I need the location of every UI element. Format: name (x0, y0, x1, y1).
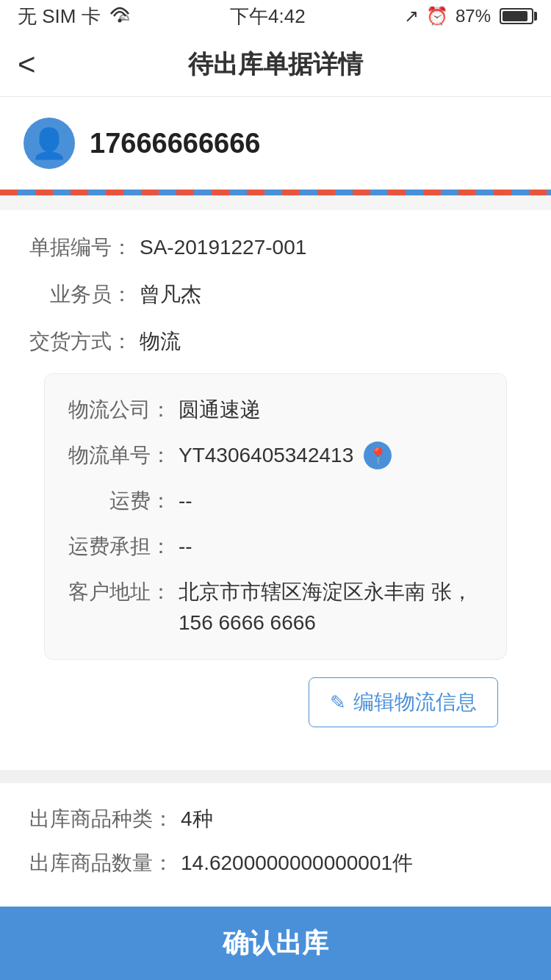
order-no-row: 单据编号： SA-20191227-001 (29, 232, 522, 263)
delivery-row: 交货方式： 物流 (29, 326, 522, 357)
logistics-tracking-row: 物流单号： YT43064053424​13 📍 (68, 440, 483, 471)
section-divider (0, 770, 551, 783)
user-phone: 17666666666 (90, 128, 260, 159)
logistics-company-value: 圆通速递 (179, 394, 483, 425)
order-no-value: SA-20191227-001 (140, 232, 522, 263)
freight-bearer-value: -- (179, 531, 483, 562)
status-time: 下午4:42 (230, 4, 306, 29)
logistics-tracking-label: 物流单号： (68, 440, 171, 471)
logistics-card: 物流公司： 圆通速递 物流单号： YT43064053424​13 📍 运费： … (44, 373, 507, 660)
salesman-value: 曾凡杰 (140, 279, 522, 310)
freight-value: -- (179, 486, 483, 516)
avatar: 👤 (24, 118, 75, 169)
status-right: ↗ ⏰ 87% (404, 6, 533, 26)
order-info-section: 单据编号： SA-20191227-001 业务员： 曾凡杰 交货方式： 物流 … (0, 210, 551, 770)
battery-text: 87% (455, 6, 491, 26)
back-button[interactable]: < (18, 47, 36, 82)
confirm-button-label: 确认出库 (223, 926, 328, 962)
freight-bearer-row: 运费承担： -- (68, 531, 483, 562)
goods-section: 出库商品种类： 4种 出库商品数量： 14.62000000000000​01件 (0, 783, 551, 899)
order-no-label: 单据编号： (29, 232, 132, 263)
goods-quantity-label: 出库商品数量： (29, 849, 173, 877)
freight-row: 运费： -- (68, 486, 483, 516)
carrier-text: 无 SIM 卡 (18, 4, 101, 29)
status-bar: 无 SIM 卡 下午4:42 ↗ ⏰ 87% (0, 0, 551, 32)
goods-type-row: 出库商品种类： 4种 (29, 805, 522, 833)
salesman-row: 业务员： 曾凡杰 (29, 279, 522, 310)
page-title: 待出库单据详情 (188, 48, 363, 82)
wifi-icon (108, 5, 132, 28)
salesman-label: 业务员： (29, 279, 132, 310)
location-icon: ↗ (404, 6, 419, 26)
goods-type-value: 4种 (181, 805, 213, 833)
logistics-company-label: 物流公司： (68, 394, 171, 425)
edit-logistics-button[interactable]: ✎ 编辑物流信息 (309, 677, 498, 727)
status-left: 无 SIM 卡 (18, 4, 132, 29)
delivery-label: 交货方式： (29, 326, 132, 357)
edit-logistics-container: ✎ 编辑物流信息 (29, 660, 522, 748)
svg-point-0 (118, 18, 121, 22)
edit-icon: ✎ (330, 691, 346, 714)
delivery-value: 物流 (140, 326, 522, 357)
logistics-company-row: 物流公司： 圆通速递 (68, 394, 483, 425)
logistics-tracking-value: YT43064053424​13 📍 (179, 440, 483, 471)
dashed-divider (0, 190, 551, 195)
battery-icon (500, 8, 533, 24)
address-label: 客户地址： (68, 577, 171, 608)
freight-label: 运费： (68, 486, 171, 516)
address-value: 北京市市辖区海淀区永丰南 张，156 6666 6666 (179, 577, 483, 638)
edit-logistics-label: 编辑物流信息 (353, 688, 477, 716)
alarm-icon: ⏰ (426, 6, 448, 26)
user-header: 👤 17666666666 (0, 97, 551, 190)
freight-bearer-label: 运费承担： (68, 531, 171, 562)
goods-quantity-value: 14.62000000000000​01件 (181, 849, 413, 877)
nav-bar: < 待出库单据详情 (0, 32, 551, 97)
goods-type-label: 出库商品种类： (29, 805, 173, 833)
tracking-location-icon[interactable]: 📍 (364, 442, 392, 469)
confirm-button[interactable]: 确认出库 (0, 907, 551, 980)
address-row: 客户地址： 北京市市辖区海淀区永丰南 张，156 6666 6666 (68, 577, 483, 638)
main-content: 👤 17666666666 单据编号： SA-20191227-001 业务员：… (0, 97, 551, 980)
avatar-icon: 👤 (31, 126, 68, 161)
goods-quantity-row: 出库商品数量： 14.62000000000000​01件 (29, 849, 522, 877)
